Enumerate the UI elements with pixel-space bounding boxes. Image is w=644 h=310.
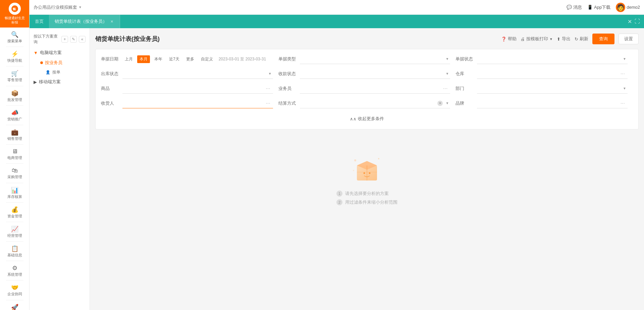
sidebar-item-purchase[interactable]: 🛍 采购管理 xyxy=(6,164,23,183)
date-btn-custom[interactable]: 自定义 xyxy=(199,55,215,63)
sidebar-label-ecommerce: 电商管理 xyxy=(7,156,22,160)
collapse-label: 收起更多条件 xyxy=(358,116,384,122)
sidebar-item-newbie[interactable]: 🚀 新手引导 xyxy=(6,300,23,310)
query-button[interactable]: 查询 xyxy=(592,34,614,44)
add-scheme-button[interactable]: + xyxy=(61,36,68,43)
docstatus-chevron-icon: ▼ xyxy=(623,57,626,61)
brand-dots[interactable]: ··· xyxy=(619,100,626,106)
sales-icon: 💼 xyxy=(11,128,18,136)
filter-row-4: 收货人 ··· 结算方式 ✕ ▼ xyxy=(101,98,633,108)
date-btn-last-month[interactable]: 上月 xyxy=(122,55,135,63)
brand-select[interactable]: ··· xyxy=(477,98,628,108)
user-menu[interactable]: 🧑 demo2 xyxy=(616,3,640,12)
warehouse-dots[interactable]: ··· xyxy=(619,71,626,77)
app-download-button[interactable]: 📱 App下载 xyxy=(587,4,610,10)
warehouse-select[interactable]: ··· xyxy=(477,69,628,79)
sidebar-item-marketing[interactable]: 📣 营销推广 xyxy=(6,106,23,125)
sidebar-item-operations[interactable]: 📈 经营管理 xyxy=(6,222,23,242)
brand-label: 品牌 xyxy=(455,100,474,106)
sidebar-item-ecommerce[interactable]: 🖥 电商管理 xyxy=(6,145,23,164)
sidebar-item-enterprise[interactable]: 🤝 企业协同 xyxy=(6,280,23,300)
sidebar-item-sales[interactable]: 💼 销售管理 xyxy=(6,125,23,145)
export-icon: ⬆ xyxy=(557,37,560,42)
tabbar: 首页 销货单统计表（按业务员） ✕ ✕ ⛶ xyxy=(30,15,644,28)
tab-sales-stat[interactable]: 销货单统计表（按业务员） ✕ xyxy=(49,15,120,28)
settlement-chevron-icon: ▼ xyxy=(445,101,449,105)
operations-icon: 📈 xyxy=(11,225,18,233)
sidebar-item-retail[interactable]: 🛒 零售管理 xyxy=(6,66,23,86)
refresh-label: 刷新 xyxy=(580,36,588,42)
sidebar-item-finance[interactable]: 💰 资金管理 xyxy=(6,203,23,222)
date-btn-more[interactable]: 更多 xyxy=(184,55,197,63)
avatar: 🧑 xyxy=(616,3,625,12)
step2-num-icon: 2 xyxy=(336,199,342,205)
tree-desktop-label: 电脑端方案 xyxy=(40,50,62,56)
topbar-title: 办公用品行业模拟账套 xyxy=(34,4,77,10)
message-button[interactable]: 💬 消息 xyxy=(567,4,582,10)
tree-mobile-scheme[interactable]: ▶ 移动端方案 xyxy=(30,77,90,87)
collapse-panel-button[interactable]: « xyxy=(79,36,86,43)
goods-label: 商品 xyxy=(101,86,120,92)
username: demo2 xyxy=(627,5,640,10)
edit-scheme-button[interactable]: ✎ xyxy=(70,36,77,43)
sidebar-item-base-info[interactable]: 📋 基础信息 xyxy=(6,242,23,261)
settlement-select[interactable]: ✕ ▼ xyxy=(300,98,450,108)
sidebar-item-search[interactable]: 🔍 搜索菜单 xyxy=(6,28,23,47)
dept-select[interactable]: ▼ xyxy=(477,84,628,94)
date-range-display: 2023-03-01 至 2023-03-31 xyxy=(219,56,266,62)
settlement-clear-icon[interactable]: ✕ xyxy=(437,101,443,106)
outstatus-select[interactable]: ▼ xyxy=(122,69,273,79)
tree-desktop-scheme[interactable]: ▼ 电脑端方案 xyxy=(30,48,90,58)
date-btn-7days[interactable]: 近7天 xyxy=(167,55,182,63)
sidebar-label-search: 搜索菜单 xyxy=(7,39,22,43)
receiver-dots[interactable]: ··· xyxy=(264,100,271,106)
date-btn-this-month[interactable]: 本月 xyxy=(137,55,150,63)
enterprise-icon: 🤝 xyxy=(11,284,18,291)
collapse-more-button[interactable]: ∧∧ 收起更多条件 xyxy=(101,113,633,124)
tab-close-all-icon[interactable]: ✕ xyxy=(628,18,632,25)
add-icon: + xyxy=(63,37,66,42)
sidebar-item-inventory[interactable]: 📊 库存核算 xyxy=(6,183,23,203)
print-button[interactable]: 🖨 按模板打印 ▼ xyxy=(521,36,553,42)
sidebar-label-retail: 零售管理 xyxy=(7,78,22,82)
help-button[interactable]: ❓ 帮助 xyxy=(501,36,517,42)
date-label: 单据日期 xyxy=(101,56,120,62)
app-logo[interactable]: 畅 畅捷通好生意 标报 xyxy=(0,0,29,28)
recvstatus-select[interactable]: ▼ xyxy=(300,69,450,79)
tree-salesperson-item[interactable]: 按业务员 xyxy=(36,58,90,68)
docstatus-select[interactable]: ▼ xyxy=(477,54,628,64)
sidebar-item-wholesale[interactable]: 📦 批发管理 xyxy=(6,86,23,106)
filter-row-1: 单据日期 上月 本月 本年 近7天 更多 自定义 2023-03-01 至 20… xyxy=(101,54,633,64)
settings-button[interactable]: 设置 xyxy=(619,34,639,44)
doctype-select[interactable]: ▼ xyxy=(300,54,450,64)
wholesale-icon: 📦 xyxy=(11,90,18,97)
search-icon: 🔍 xyxy=(11,31,18,38)
base-info-icon: 📋 xyxy=(11,245,18,252)
filter-goods-field: 商品 ··· xyxy=(101,84,278,94)
export-button[interactable]: ⬆ 导出 xyxy=(557,36,571,42)
newbie-icon: 🚀 xyxy=(11,304,18,310)
tab-expand-icon[interactable]: ⛶ xyxy=(635,18,640,24)
sidebar-item-quick-nav[interactable]: ⚡ 快捷导航 xyxy=(6,47,23,66)
tab-home[interactable]: 首页 xyxy=(30,15,49,28)
topbar-title-dropdown[interactable]: 办公用品行业模拟账套 ▼ xyxy=(34,4,82,10)
goods-dots[interactable]: ··· xyxy=(264,86,271,92)
page-actions: ❓ 帮助 🖨 按模板打印 ▼ ⬆ 导出 ↻ 刷新 xyxy=(501,34,639,44)
sidebar-item-system[interactable]: ⚙ 系统管理 xyxy=(6,261,23,280)
step1-num-icon: 1 xyxy=(336,191,342,197)
receiver-select[interactable]: ··· xyxy=(122,98,273,108)
refresh-button[interactable]: ↻ 刷新 xyxy=(575,36,588,42)
date-btn-this-year[interactable]: 本年 xyxy=(152,55,165,63)
main-area: 办公用品行业模拟账套 ▼ 💬 消息 📱 App下载 🧑 demo2 首页 xyxy=(30,0,644,310)
refresh-icon: ↻ xyxy=(575,37,578,42)
salesperson-label: 按业务员 xyxy=(45,60,62,66)
tree-by-order-item[interactable]: 👤 按单 xyxy=(42,68,90,77)
salesperson-dots[interactable]: ··· xyxy=(442,86,449,92)
salesperson-select[interactable]: ··· xyxy=(300,84,450,94)
tab-close-icon[interactable]: ✕ xyxy=(109,19,114,24)
goods-select[interactable]: ··· xyxy=(122,84,273,94)
print-chevron-icon: ▼ xyxy=(549,37,553,41)
svg-point-9 xyxy=(378,158,379,159)
dept-chevron-icon: ▼ xyxy=(623,87,626,90)
chevron-down-icon: ▼ xyxy=(78,5,82,9)
